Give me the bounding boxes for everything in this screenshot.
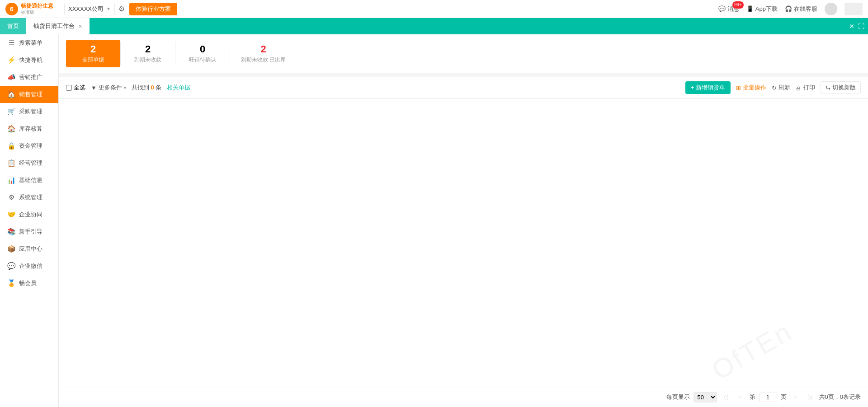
- user-menu[interactable]: [844, 3, 863, 15]
- inventory-icon: 🏠: [7, 125, 15, 133]
- company-selector[interactable]: XXXXXX公司 ▼: [64, 3, 115, 15]
- message-item[interactable]: 💬 消息 99+: [718, 5, 739, 13]
- stat-num-all: 2: [77, 43, 109, 55]
- member-icon: 🏅: [7, 279, 15, 287]
- stat-card-overdue[interactable]: 2 到期未收款: [121, 40, 175, 67]
- stat-card-all[interactable]: 2 全部单据: [66, 40, 120, 67]
- print-button[interactable]: 🖨 打印: [796, 84, 815, 92]
- next-page-button[interactable]: ＞: [790, 392, 801, 402]
- stat-label-shipped: 到期未收款 已出库: [241, 56, 286, 64]
- company-dropdown-arrow: ▼: [106, 6, 111, 11]
- sidebar-item-label-app-center: 应用中心: [19, 245, 42, 253]
- select-all-label[interactable]: 全选: [66, 84, 85, 92]
- cooperation-icon: 🤝: [7, 211, 15, 219]
- refresh-label: 刷新: [778, 84, 790, 92]
- sidebar-item-cooperation[interactable]: 🤝 企业协同: [0, 206, 58, 223]
- related-link[interactable]: 相关单据: [167, 84, 190, 92]
- sidebar-item-label-marketing: 营销推广: [19, 73, 42, 81]
- trial-button[interactable]: 体验行业方案: [129, 3, 177, 15]
- switch-icon: ⇆: [826, 84, 830, 91]
- purchase-icon: 🛒: [7, 108, 15, 116]
- logo-icon: 6: [5, 3, 18, 15]
- sidebar-item-system[interactable]: ⚙ 系统管理: [0, 189, 58, 206]
- sidebar-item-marketing[interactable]: 📣 营销推广: [0, 69, 58, 86]
- basic-info-icon: 📊: [7, 176, 15, 184]
- tab-home[interactable]: 首页: [0, 18, 26, 34]
- online-service-label: 在线客服: [794, 5, 817, 13]
- sidebar-item-operations[interactable]: 📋 经营管理: [0, 154, 58, 172]
- avatar[interactable]: [825, 3, 837, 15]
- sales-icon: 🏠: [7, 90, 15, 98]
- last-page-button[interactable]: ⟩⟩: [805, 392, 816, 402]
- count-value: 0: [151, 84, 154, 91]
- main-layout: ☰ 搜索菜单 ⚡ 快捷导航 📣 营销推广 🏠 销售管理 🛒 采购管理 🏠 库存核…: [0, 34, 868, 407]
- count-prefix: 共找到: [132, 84, 149, 91]
- switch-label: 切换新版: [832, 84, 856, 92]
- first-page-button[interactable]: ⟨⟨: [721, 392, 731, 402]
- toolbar: 全选 ▼ 更多条件 ▾ 共找到 0 条 相关单据 + 新增销货单 ⊞ 批: [59, 77, 868, 99]
- page-input[interactable]: [759, 393, 777, 402]
- sidebar-item-search-menu[interactable]: ☰ 搜索菜单: [0, 34, 58, 51]
- sidebar-item-enterprise-wechat[interactable]: 💬 企业微信: [0, 257, 58, 275]
- stat-card-pending[interactable]: 0 旺铺待确认: [175, 40, 230, 67]
- sidebar-item-member[interactable]: 🏅 畅会员: [0, 275, 58, 292]
- logo-area: 6 畅捷通好生意 标准版: [5, 3, 64, 15]
- select-all-checkbox[interactable]: [66, 85, 72, 91]
- online-service-item[interactable]: 🎧 在线客服: [785, 5, 817, 13]
- batch-operate-button[interactable]: ⊞ 批量操作: [736, 84, 766, 92]
- switch-version-button[interactable]: ⇆ 切换新版: [821, 81, 861, 94]
- tab-qianhuoriqing[interactable]: 钱货日清工作台 ✕: [26, 18, 90, 34]
- sidebar-item-quick-nav[interactable]: ⚡ 快捷导航: [0, 51, 58, 69]
- sidebar: ☰ 搜索菜单 ⚡ 快捷导航 📣 营销推广 🏠 销售管理 🛒 采购管理 🏠 库存核…: [0, 34, 59, 407]
- stat-label-all: 全部单据: [77, 56, 109, 64]
- sidebar-item-sales[interactable]: 🏠 销售管理: [0, 86, 58, 103]
- per-page-label: 每页显示: [666, 393, 690, 401]
- sidebar-item-label-guide: 新手引导: [19, 228, 42, 236]
- stat-num-pending: 0: [186, 43, 219, 55]
- filter-button[interactable]: ▼ 更多条件 ▾: [91, 84, 126, 92]
- sidebar-item-label-search-menu: 搜索菜单: [19, 39, 42, 47]
- print-label: 打印: [803, 84, 815, 92]
- stats-bar: 2 全部单据 2 到期未收款 0 旺铺待确认 2 到期未收款 已出库: [59, 34, 868, 73]
- refresh-button[interactable]: ↻ 刷新: [772, 84, 790, 92]
- message-badge: 99+: [732, 1, 744, 9]
- sidebar-item-app-center[interactable]: 📦 应用中心: [0, 240, 58, 257]
- sidebar-item-label-cooperation: 企业协同: [19, 211, 42, 219]
- app-download-item[interactable]: 📱 App下载: [746, 5, 778, 13]
- sidebar-item-basic-info[interactable]: 📊 基础信息: [0, 172, 58, 189]
- app-center-icon: 📦: [7, 245, 15, 253]
- message-icon: 💬: [718, 5, 726, 12]
- app-download-icon: 📱: [746, 5, 754, 12]
- filter-icon: ▼: [91, 84, 97, 91]
- tab-close-icon[interactable]: ✕: [78, 23, 82, 29]
- pagination: 每页显示 50 100 200 ⟨⟨ ＜ 第 页 ＞ ⟩⟩ 共0页，0条记录: [59, 387, 868, 407]
- new-sale-button[interactable]: + 新增销货单: [685, 81, 731, 94]
- sidebar-item-label-purchase: 采购管理: [19, 108, 42, 116]
- prev-page-button[interactable]: ＜: [735, 392, 746, 402]
- sidebar-item-label-finance: 资金管理: [19, 142, 42, 150]
- tab-qianhuoriqing-label: 钱货日清工作台: [33, 22, 75, 30]
- nav-minimize-icon[interactable]: ✕: [849, 23, 854, 30]
- sidebar-item-label-inventory: 库存核算: [19, 125, 42, 133]
- sidebar-item-guide[interactable]: 📚 新手引导: [0, 223, 58, 240]
- sidebar-item-label-sales: 销售管理: [19, 90, 42, 98]
- stat-label-overdue: 到期未收款: [132, 56, 164, 64]
- stat-label-pending: 旺铺待确认: [186, 56, 219, 64]
- sidebar-item-label-operations: 经营管理: [19, 159, 42, 167]
- stat-card-shipped[interactable]: 2 到期未收款 已出库: [230, 40, 297, 67]
- logo-main: 畅捷通好生意: [21, 3, 53, 9]
- page-size-select[interactable]: 50 100 200: [693, 392, 717, 402]
- quick-nav-icon: ⚡: [7, 56, 15, 64]
- settings-icon[interactable]: ⚙: [118, 5, 125, 13]
- nav-tabs: 首页 钱货日清工作台 ✕ ✕ ⛶: [0, 18, 868, 34]
- nav-maximize-icon[interactable]: ⛶: [858, 23, 864, 30]
- search-menu-icon: ☰: [7, 39, 15, 47]
- sidebar-item-finance[interactable]: 🔒 资金管理: [0, 137, 58, 154]
- batch-label: 批量操作: [743, 84, 766, 92]
- sidebar-item-inventory[interactable]: 🏠 库存核算: [0, 120, 58, 137]
- page-label-pre: 第: [750, 393, 755, 401]
- sidebar-item-label-basic-info: 基础信息: [19, 176, 42, 184]
- enterprise-wechat-icon: 💬: [7, 262, 15, 270]
- system-icon: ⚙: [7, 193, 15, 201]
- sidebar-item-purchase[interactable]: 🛒 采购管理: [0, 103, 58, 120]
